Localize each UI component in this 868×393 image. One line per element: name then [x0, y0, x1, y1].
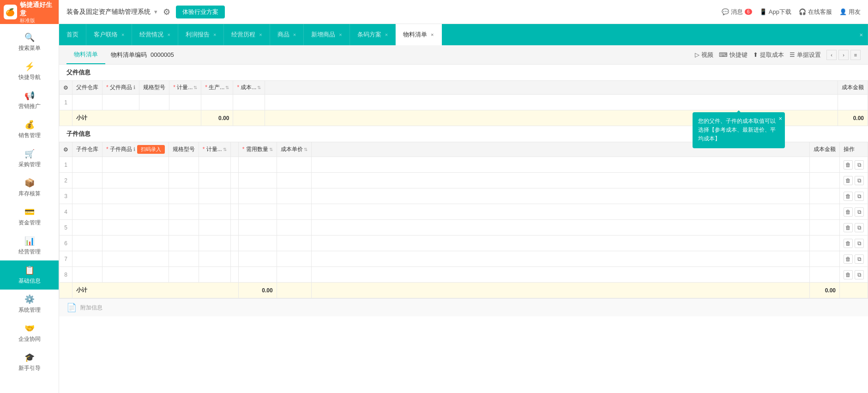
child-cell-goods-5[interactable] — [102, 220, 169, 236]
child-cell-qty-7[interactable] — [238, 251, 277, 267]
tab-bom-close[interactable]: × — [431, 32, 434, 37]
copy-icon-2[interactable]: ⧉ — [855, 176, 864, 185]
child-cell-cost-amount-8[interactable] — [810, 267, 840, 283]
parent-col-settings[interactable]: ⚙ — [60, 81, 72, 95]
delete-icon-4[interactable]: 🗑 — [844, 207, 853, 217]
child-cell-cost-amount-3[interactable] — [810, 188, 840, 204]
child-cell-unit-6[interactable] — [199, 236, 230, 251]
child-cell-unit-8[interactable] — [199, 267, 230, 283]
menu-arrow[interactable]: ≡ — [850, 50, 861, 60]
user-item[interactable]: 👤 用友 — [839, 8, 861, 16]
sidebar-item-system[interactable]: ⚙️系统管理 — [0, 290, 59, 319]
child-cell-warehouse-7[interactable] — [72, 251, 102, 267]
child-cell-spec-2[interactable] — [169, 173, 199, 188]
tab-barcode[interactable]: 条码方案× — [350, 24, 396, 45]
child-cell-unitprice-4[interactable] — [277, 204, 311, 220]
tab-barcode-close[interactable]: × — [385, 32, 388, 37]
sidebar-item-marketing[interactable]: 📢营销推广 — [0, 86, 59, 115]
tab-customer-close[interactable]: × — [121, 32, 124, 37]
app-download-item[interactable]: 📱 App下载 — [760, 8, 791, 16]
child-cell-unitprice-3[interactable] — [277, 188, 311, 204]
tab-goods[interactable]: 商品× — [270, 24, 304, 45]
delete-icon-7[interactable]: 🗑 — [844, 254, 853, 264]
child-cell-cost-amount-4[interactable] — [810, 204, 840, 220]
child-cell-qty-6[interactable] — [238, 236, 277, 251]
tab-new-goods[interactable]: 新增商品× — [304, 24, 350, 45]
parent-cell-unit-1[interactable] — [169, 95, 201, 110]
child-cell-unit-5[interactable] — [199, 220, 230, 236]
tab-business-close[interactable]: × — [167, 32, 170, 37]
child-cell-qty-8[interactable] — [238, 267, 277, 283]
child-cell-spec-7[interactable] — [169, 251, 199, 267]
parent-cell-cost-amount-1[interactable] — [838, 95, 868, 110]
tab-home[interactable]: 首页 — [59, 24, 86, 45]
sidebar-item-basic[interactable]: 📋基础信息 — [0, 260, 59, 290]
sidebar-item-search[interactable]: 🔍搜索菜单 — [0, 28, 59, 57]
copy-icon-6[interactable]: ⧉ — [855, 239, 864, 248]
prev-arrow[interactable]: ‹ — [826, 50, 837, 60]
copy-icon-7[interactable]: ⧉ — [855, 254, 864, 264]
child-cell-goods-6[interactable] — [102, 236, 169, 251]
delete-icon-2[interactable]: 🗑 — [844, 176, 853, 185]
parent-cell-cost-1[interactable] — [233, 95, 265, 110]
child-cell-unit-3[interactable] — [199, 188, 230, 204]
child-cell-goods-1[interactable] — [102, 157, 169, 173]
tab-profit-close[interactable]: × — [213, 32, 216, 37]
delete-icon-5[interactable]: 🗑 — [844, 223, 853, 232]
child-cell-warehouse-2[interactable] — [72, 173, 102, 188]
child-cell-unit-2[interactable] — [199, 173, 230, 188]
child-cell-cost-amount-2[interactable] — [810, 173, 840, 188]
sidebar-item-operations[interactable]: 📊经营管理 — [0, 231, 59, 260]
child-cell-goods-3[interactable] — [102, 188, 169, 204]
parent-cell-production-1[interactable] — [201, 95, 233, 110]
child-cell-qty-3[interactable] — [238, 188, 277, 204]
child-cell-cost-amount-5[interactable] — [810, 220, 840, 236]
child-cell-unit-4[interactable] — [199, 204, 230, 220]
child-cell-unit-7[interactable] — [199, 251, 230, 267]
child-cell-goods-7[interactable] — [102, 251, 169, 267]
child-cell-warehouse-5[interactable] — [72, 220, 102, 236]
tab-history[interactable]: 经营历程× — [224, 24, 270, 45]
child-cell-warehouse-3[interactable] — [72, 188, 102, 204]
sidebar-item-quicknav[interactable]: ⚡快捷导航 — [0, 57, 59, 86]
child-cell-unitprice-5[interactable] — [277, 220, 311, 236]
tooltip-close-button[interactable]: × — [778, 114, 782, 124]
sub-tab-bom-list[interactable]: 物料清单 — [66, 45, 105, 64]
child-cell-unitprice-7[interactable] — [277, 251, 311, 267]
parent-cell-spec-1[interactable] — [139, 95, 169, 110]
delete-icon-3[interactable]: 🗑 — [844, 192, 853, 201]
sidebar-item-collab[interactable]: 🤝企业协同 — [0, 319, 59, 348]
close-all-tab[interactable]: × — [855, 24, 868, 45]
sidebar-item-sales[interactable]: 💰销售管理 — [0, 115, 59, 144]
child-cell-unitprice-8[interactable] — [277, 267, 311, 283]
service-item[interactable]: 🎧 在线客服 — [799, 8, 832, 16]
child-cell-spec-5[interactable] — [169, 220, 199, 236]
child-cell-spec-1[interactable] — [169, 157, 199, 173]
message-item[interactable]: 💬 消息 6 — [722, 8, 752, 16]
child-cell-qty-2[interactable] — [238, 173, 277, 188]
next-arrow[interactable]: › — [838, 50, 849, 60]
sidebar-item-finance[interactable]: 💳资金管理 — [0, 202, 59, 231]
scan-input-button[interactable]: 扫码录入 — [137, 145, 165, 154]
child-cell-qty-4[interactable] — [238, 204, 277, 220]
settings-icon[interactable]: ⚙ — [161, 5, 172, 19]
sidebar-item-inventory[interactable]: 📦库存核算 — [0, 173, 59, 202]
child-cell-cost-amount-7[interactable] — [810, 251, 840, 267]
child-cell-unitprice-2[interactable] — [277, 173, 311, 188]
delete-icon-6[interactable]: 🗑 — [844, 239, 853, 248]
child-cell-goods-8[interactable] — [102, 267, 169, 283]
tab-customer[interactable]: 客户联络× — [86, 24, 132, 45]
child-cell-goods-4[interactable] — [102, 204, 169, 220]
tab-new-goods-close[interactable]: × — [339, 32, 342, 37]
parent-cell-goods-1[interactable] — [102, 95, 139, 110]
child-cell-unitprice-1[interactable] — [277, 157, 311, 173]
child-cell-warehouse-1[interactable] — [72, 157, 102, 173]
tab-profit[interactable]: 利润报告× — [178, 24, 224, 45]
copy-icon-3[interactable]: ⧉ — [855, 192, 864, 201]
child-cell-warehouse-4[interactable] — [72, 204, 102, 220]
child-cell-spec-3[interactable] — [169, 188, 199, 204]
tab-bom[interactable]: 物料清单× — [396, 24, 441, 45]
copy-icon-5[interactable]: ⧉ — [855, 223, 864, 232]
child-cell-spec-6[interactable] — [169, 236, 199, 251]
child-cell-unitprice-6[interactable] — [277, 236, 311, 251]
